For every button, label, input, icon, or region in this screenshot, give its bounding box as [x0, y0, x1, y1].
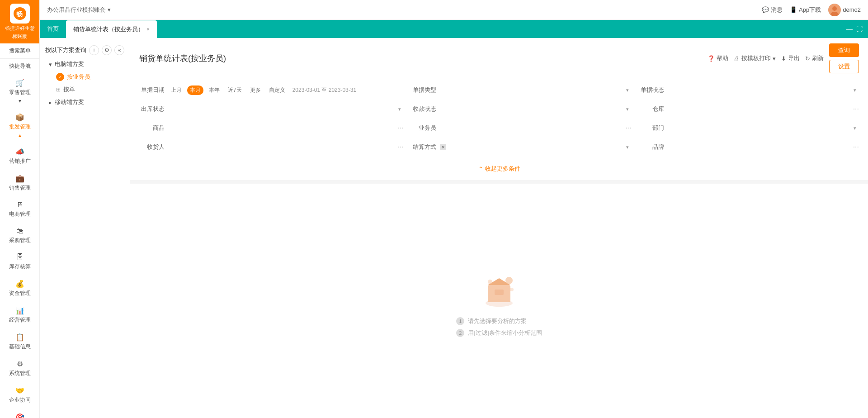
- warehouse-input[interactable]: [668, 102, 849, 116]
- export-label: 导出: [788, 54, 800, 62]
- warehouse-dots[interactable]: ···: [853, 105, 859, 113]
- brand-label: 品牌: [639, 143, 664, 151]
- tab-maximize-btn[interactable]: ⛶: [856, 25, 863, 33]
- tab-controls: — ⛶: [846, 25, 868, 33]
- receiver-dots[interactable]: ···: [398, 143, 404, 151]
- filter-row-2: 出库状态 收款状态 仓库 ···: [139, 102, 859, 116]
- sidebar-item-enterprise[interactable]: 🤝 企业协同: [0, 382, 39, 408]
- sidebar-item-ecommerce[interactable]: 🖥 电商管理: [0, 196, 39, 223]
- left-panel-header: 按以下方案查询 + ⚙ «: [40, 43, 130, 58]
- date-tab-more[interactable]: 更多: [247, 86, 264, 95]
- message-btn[interactable]: 💬 消息: [762, 6, 783, 14]
- sidebar-item-newbie[interactable]: 🎯 新手引导: [0, 408, 39, 418]
- order-status-select-wrap: [668, 83, 859, 97]
- breadcrumb-dropdown[interactable]: 办公用品行业模拟账套 ▾: [47, 6, 111, 14]
- brand-input[interactable]: [668, 140, 849, 154]
- query-settings-btns: 查询 设置: [829, 43, 859, 73]
- svg-point-11: [510, 288, 514, 291]
- settings-button[interactable]: 设置: [829, 60, 859, 73]
- salesperson-dots[interactable]: ···: [625, 124, 631, 132]
- help-btn[interactable]: ❓ 帮助: [708, 54, 728, 62]
- inventory-icon: 🗄: [16, 253, 24, 261]
- collapse-panel-btn[interactable]: «: [114, 45, 124, 55]
- finance-icon: 💰: [15, 280, 24, 288]
- date-tabs: 上月 本月 本年 近7天 更多 自定义 2023-03-01 至 2023-03…: [168, 86, 356, 95]
- app-download-label: App下载: [799, 6, 821, 14]
- sidebar-item-wholesale[interactable]: 📦 批发管理 ▴: [0, 109, 39, 143]
- settlement-select[interactable]: [450, 140, 631, 154]
- app-download-btn[interactable]: 📱 App下载: [790, 6, 821, 14]
- dept-label: 部门: [639, 124, 664, 132]
- date-tab-custom[interactable]: 自定义: [266, 86, 288, 95]
- sidebar-item-purchase[interactable]: 🛍 采购管理: [0, 223, 39, 249]
- refresh-btn[interactable]: ↻ 刷新: [805, 54, 824, 62]
- settlement-select-wrap: [450, 140, 631, 154]
- query-button[interactable]: 查询: [829, 43, 859, 57]
- tree-sub-label: 按业务员: [67, 73, 90, 81]
- user-menu[interactable]: demo2: [828, 4, 861, 16]
- sidebar-item-label: 采购管理: [9, 237, 31, 244]
- payment-status-select[interactable]: [440, 102, 632, 116]
- out-status-select[interactable]: [168, 102, 404, 116]
- goods-dots[interactable]: ···: [398, 124, 404, 132]
- settings-scheme-btn[interactable]: ⚙: [102, 45, 112, 55]
- empty-tip-2: 2 用[过滤]条件来缩小分析范围: [456, 329, 542, 337]
- search-menu[interactable]: 搜索菜单: [0, 43, 39, 59]
- breadcrumb-text: 办公用品行业模拟账套: [47, 6, 106, 14]
- arrow-icon: ▾: [19, 98, 21, 104]
- receiver-input[interactable]: [168, 140, 394, 154]
- date-tab-this-month[interactable]: 本月: [187, 86, 203, 95]
- order-icon: ⊞: [56, 86, 61, 93]
- sidebar-item-operations[interactable]: 📊 经营管理: [0, 302, 39, 328]
- tree-item-by-order[interactable]: ⊞ 按单: [40, 83, 130, 96]
- tab-sales-stat[interactable]: 销货单统计表（按业务员） ×: [66, 20, 157, 38]
- page-header: 销货单统计表(按业务员) ❓ 帮助 🖨 按模板打印 ▾ ⬇: [130, 38, 868, 78]
- dept-select[interactable]: [668, 121, 859, 135]
- filter-receiver: 收货人 ···: [139, 140, 404, 154]
- sidebar-item-sales[interactable]: 💼 销售管理: [0, 170, 39, 196]
- collapse-btn[interactable]: ⌃ 收起更多条件: [478, 161, 520, 176]
- order-status-label: 单据状态: [639, 86, 664, 94]
- wholesale-icon: 📦: [15, 113, 24, 122]
- sidebar-item-retail[interactable]: 🛒 零售管理 ▾: [0, 74, 39, 109]
- sidebar-item-inventory[interactable]: 🗄 库存核算: [0, 249, 39, 275]
- date-tab-this-year[interactable]: 本年: [206, 86, 222, 95]
- tree-folder-pc[interactable]: ▾ 电脑端方案: [40, 58, 130, 71]
- export-btn[interactable]: ⬇ 导出: [781, 54, 800, 62]
- logo-text: 畅捷通好生意: [5, 25, 35, 32]
- sidebar-item-finance[interactable]: 💰 资金管理: [0, 275, 39, 302]
- tip-text-1: 请先选择要分析的方案: [468, 317, 527, 325]
- tree-folder-mobile[interactable]: ▸ 移动端方案: [40, 96, 130, 109]
- sidebar-item-marketing[interactable]: 📣 营销推广: [0, 143, 39, 170]
- settlement-tag[interactable]: ×: [440, 144, 446, 150]
- add-scheme-btn[interactable]: +: [89, 45, 99, 55]
- filter-row-1: 单据日期 上月 本月 本年 近7天 更多 自定义 2023-03-01 至 20…: [139, 83, 859, 97]
- print-btn[interactable]: 🖨 按模板打印 ▾: [734, 54, 776, 62]
- purchase-icon: 🛍: [16, 227, 24, 235]
- right-panel: 销货单统计表(按业务员) ❓ 帮助 🖨 按模板打印 ▾ ⬇: [130, 38, 868, 418]
- date-tab-7days[interactable]: 近7天: [225, 86, 245, 95]
- salesperson-input[interactable]: [440, 121, 622, 135]
- tip-num-2: 2: [456, 329, 464, 337]
- sidebar-item-system[interactable]: ⚙ 系统管理: [0, 355, 39, 382]
- ecommerce-icon: 🖥: [16, 201, 24, 209]
- tab-home-label: 首页: [47, 25, 59, 33]
- order-status-select[interactable]: [668, 83, 859, 97]
- tab-minimize-btn[interactable]: —: [846, 25, 853, 33]
- tab-home[interactable]: 首页: [40, 20, 66, 38]
- order-type-select[interactable]: [440, 83, 632, 97]
- print-arrow-icon: ▾: [773, 55, 776, 62]
- tree-item-by-salesperson[interactable]: ✓ 按业务员: [40, 71, 130, 83]
- sidebar-item-basic[interactable]: 📋 基础信息: [0, 328, 39, 355]
- goods-input[interactable]: [168, 121, 394, 135]
- brand-dots[interactable]: ···: [853, 143, 859, 151]
- refresh-icon: ↻: [805, 55, 810, 62]
- date-tab-last-month[interactable]: 上月: [168, 86, 184, 95]
- tab-close-btn[interactable]: ×: [146, 26, 150, 33]
- user-name: demo2: [843, 6, 861, 13]
- svg-rect-8: [495, 290, 504, 295]
- tree-sub-label2: 按单: [63, 86, 75, 94]
- message-label: 消息: [771, 6, 783, 14]
- empty-state: 1 请先选择要分析的方案 2 用[过滤]条件来缩小分析范围: [130, 184, 868, 418]
- quick-nav[interactable]: 快捷导航: [0, 59, 39, 74]
